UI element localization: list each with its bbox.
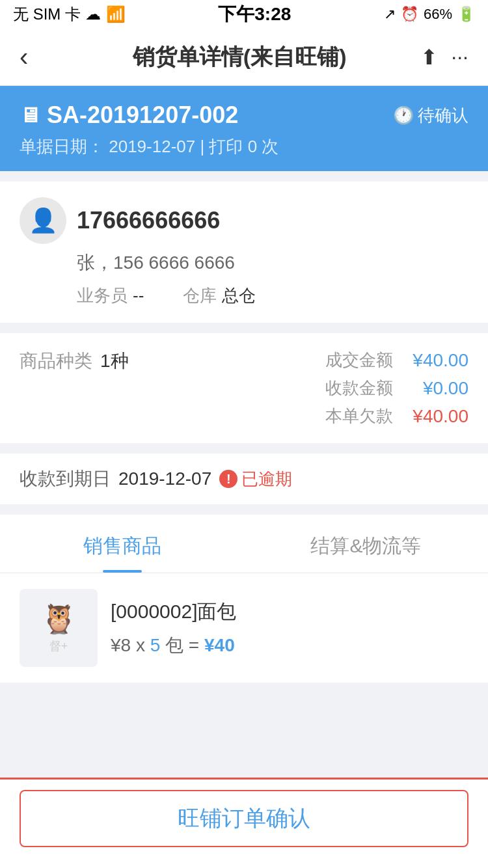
tab-settlement[interactable]: 结算&物流等: [244, 515, 488, 573]
salesperson-value: --: [133, 286, 144, 306]
customer-info-row: 业务员 -- 仓库 总仓: [77, 284, 468, 307]
product-name: [0000002]面包: [111, 599, 468, 625]
print-label: 打印: [209, 137, 243, 156]
transaction-amount-value: ¥40.00: [403, 350, 468, 371]
warehouse-item: 仓库 总仓: [183, 284, 256, 307]
product-thumbnail: 🦉 督+: [20, 589, 98, 667]
order-id: 🖥 SA-20191207-002: [20, 102, 238, 129]
tab-sales-products[interactable]: 销售商品: [0, 515, 244, 573]
overdue-text: 已逾期: [241, 468, 292, 491]
summary-row: 商品种类 1种 成交金额 ¥40.00 收款金额 ¥0.00 本单欠款 ¥40.…: [20, 349, 468, 427]
order-id-row: 🖥 SA-20191207-002 🕐 待确认: [20, 102, 468, 129]
due-date-label: 收款到期日: [20, 467, 111, 491]
due-date-value: 2019-12-07: [118, 468, 211, 489]
confirm-button-wrap: 旺铺订单确认: [0, 778, 488, 868]
product-section: 🦉 督+ [0000002]面包 ¥8 x 5 包 = ¥40: [0, 573, 488, 683]
product-thumb-plus-text: 督+: [49, 638, 68, 654]
customer-name: 张，156 6666 6666: [77, 251, 468, 275]
received-amount-label: 收款金额: [325, 377, 393, 400]
product-unit: 包: [165, 635, 183, 655]
equals-sign: =: [189, 635, 199, 655]
avatar-icon: 👤: [29, 207, 58, 234]
due-date-row: 收款到期日 2019-12-07 ! 已逾期: [20, 467, 468, 491]
order-status-badge: 🕐 待确认: [393, 104, 468, 127]
warehouse-label: 仓库: [183, 284, 217, 307]
product-type-value: 1种: [100, 349, 129, 373]
page-title: 销货单详情(来自旺铺): [59, 42, 420, 72]
salesperson-label: 业务员: [77, 284, 128, 307]
confirm-order-button[interactable]: 旺铺订单确认: [20, 790, 468, 847]
tabs-row: 销售商品 结算&物流等: [0, 515, 488, 573]
product-info: [0000002]面包 ¥8 x 5 包 = ¥40: [111, 599, 468, 658]
due-date-section: 收款到期日 2019-12-07 ! 已逾期: [0, 454, 488, 504]
share-button[interactable]: ⬆: [420, 45, 438, 70]
battery-label: 66%: [424, 6, 452, 23]
more-button[interactable]: ···: [451, 45, 468, 69]
divider-pipe: |: [200, 137, 209, 156]
product-price-row: ¥8 x 5 包 = ¥40: [111, 633, 468, 658]
amounts-group: 成交金额 ¥40.00 收款金额 ¥0.00 本单欠款 ¥40.00: [325, 349, 468, 427]
product-item: 🦉 督+ [0000002]面包 ¥8 x 5 包 = ¥40: [20, 589, 468, 667]
status-left: 无 SIM 卡 ☁ 📶: [13, 4, 126, 25]
wifi-icon: 📶: [106, 5, 126, 23]
location-icon: ↗: [384, 6, 396, 23]
overdue-icon: !: [219, 470, 237, 488]
product-code: [0000002]: [111, 601, 197, 622]
order-icon: 🖥: [20, 103, 40, 128]
order-date: 2019-12-07: [109, 137, 195, 156]
product-quantity: 5: [150, 635, 161, 655]
transaction-amount-label: 成交金额: [325, 349, 393, 372]
status-time: 下午3:28: [218, 2, 291, 27]
due-amount-row: 本单欠款 ¥40.00: [325, 405, 468, 427]
order-header-card: 🖥 SA-20191207-002 🕐 待确认 单据日期： 2019-12-07…: [0, 86, 488, 171]
received-amount-value: ¥0.00: [403, 378, 468, 399]
date-label: 单据日期：: [20, 137, 104, 156]
print-unit-label: 次: [262, 137, 278, 156]
tabs-section: 销售商品 结算&物流等: [0, 515, 488, 573]
received-amount-row: 收款金额 ¥0.00: [325, 377, 468, 400]
battery-icon: 🔋: [457, 6, 475, 23]
avatar: 👤: [20, 197, 66, 244]
summary-section: 商品种类 1种 成交金额 ¥40.00 收款金额 ¥0.00 本单欠款 ¥40.…: [0, 333, 488, 443]
overdue-badge: ! 已逾期: [219, 468, 292, 491]
due-amount-value: ¥40.00: [403, 406, 468, 427]
customer-section: 👤 17666666666 张，156 6666 6666 业务员 -- 仓库 …: [0, 182, 488, 323]
multiply-symbol: x: [136, 635, 150, 655]
price-per-unit: ¥8: [111, 635, 131, 655]
order-date-row: 单据日期： 2019-12-07 | 打印 0 次: [20, 135, 468, 158]
customer-row: 👤 17666666666: [20, 197, 468, 244]
product-thumb-owl-icon: 🦉: [41, 602, 77, 636]
alarm-icon: ⏰: [401, 6, 418, 23]
product-type-group: 商品种类 1种: [20, 349, 129, 373]
product-total: ¥40: [204, 635, 235, 655]
status-bar: 无 SIM 卡 ☁ 📶 下午3:28 ↗ ⏰ 66% 🔋: [0, 0, 488, 29]
sim-label: 无 SIM 卡 ☁: [13, 4, 101, 25]
order-id-value: SA-20191207-002: [47, 102, 238, 129]
nav-bar: ‹ 销货单详情(来自旺铺) ⬆ ···: [0, 29, 488, 86]
clock-icon: 🕐: [393, 105, 414, 126]
transaction-amount-row: 成交金额 ¥40.00: [325, 349, 468, 372]
bottom-spacer: [0, 683, 488, 774]
product-thumb-inner: 🦉 督+: [41, 602, 77, 654]
salesperson-item: 业务员 --: [77, 284, 144, 307]
warehouse-value: 总仓: [222, 284, 256, 307]
product-title: 面包: [197, 601, 236, 622]
product-type-label: 商品种类: [20, 349, 92, 373]
due-amount-label: 本单欠款: [325, 405, 393, 427]
customer-phone: 17666666666: [77, 207, 220, 234]
nav-right-buttons: ⬆ ···: [420, 45, 468, 70]
status-text: 待确认: [418, 104, 468, 127]
print-count-value: 0: [248, 137, 257, 156]
status-right: ↗ ⏰ 66% 🔋: [384, 6, 475, 23]
back-button[interactable]: ‹: [20, 42, 59, 72]
